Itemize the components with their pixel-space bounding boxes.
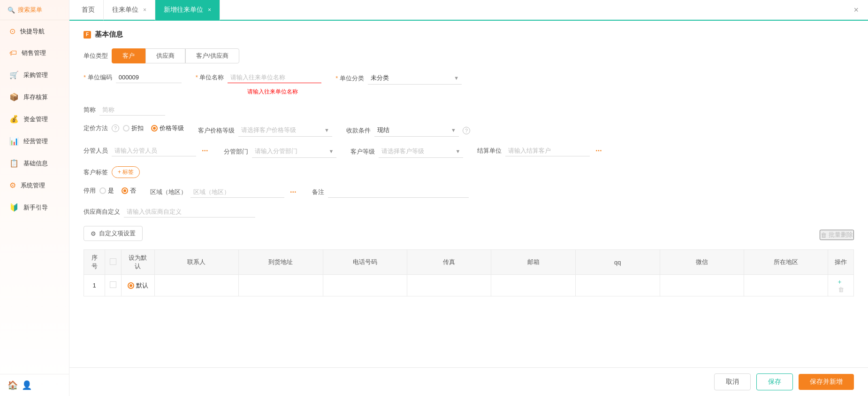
settlement-more-btn[interactable]: ··· xyxy=(594,147,603,155)
cell-wechat[interactable] xyxy=(660,275,744,296)
disabled-yes-label: 是 xyxy=(108,186,114,195)
abbr-input[interactable] xyxy=(99,104,165,116)
cell-fax[interactable] xyxy=(407,275,491,296)
cell-contact[interactable] xyxy=(154,275,238,296)
dept-select[interactable]: 请输入分管部门 ▼ xyxy=(252,145,336,158)
pricing-row: 定价方法 ? 折扣 价格等级 客户价格等级 请选择客户价格等级 xyxy=(84,124,854,137)
cell-phone[interactable] xyxy=(323,275,407,296)
code-field: 单位编码 xyxy=(84,72,182,83)
region-input[interactable] xyxy=(190,186,284,198)
type-btn-customer[interactable]: 客户 xyxy=(112,48,145,63)
quick-nav-label: 快捷导航 xyxy=(20,27,45,36)
payment-value: 现结 xyxy=(377,126,449,134)
add-tag-button[interactable]: + 标签 xyxy=(112,166,140,178)
col-phone: 电话号码 xyxy=(323,250,407,275)
supplier-custom-input[interactable] xyxy=(124,206,255,217)
name-input[interactable] xyxy=(228,72,321,83)
row-checkbox[interactable] xyxy=(110,281,116,288)
remark-label: 备注 xyxy=(312,188,324,196)
disabled-no[interactable]: 否 xyxy=(122,186,136,195)
col-fax: 传真 xyxy=(407,250,491,275)
cell-address[interactable] xyxy=(239,275,323,296)
cell-seq: 1 xyxy=(84,275,105,296)
cell-checkbox xyxy=(105,275,122,296)
cancel-button[interactable]: 取消 xyxy=(714,373,751,390)
sidebar-item-label: 基础信息 xyxy=(23,159,48,168)
inventory-icon: 📦 xyxy=(9,93,19,101)
payment-chevron: ▼ xyxy=(451,127,456,133)
col-region: 所在地区 xyxy=(744,250,828,275)
batch-delete-icon: 🗑 xyxy=(821,232,827,239)
tab-home-label: 首页 xyxy=(82,6,95,14)
pricing-radio-price-level[interactable]: 价格等级 xyxy=(151,124,184,132)
table-row: 1 默认 xyxy=(84,275,854,296)
manager-field: 分管人员 ··· xyxy=(84,145,210,156)
col-contact: 联系人 xyxy=(154,250,238,275)
delete-row-icon[interactable]: 🗑 xyxy=(838,286,844,293)
remark-input[interactable] xyxy=(328,186,469,198)
default-radio[interactable]: 默认 xyxy=(126,281,149,290)
sales-icon: 🏷 xyxy=(9,49,17,57)
user-icon[interactable]: 👤 xyxy=(22,380,32,390)
category-value: 未分类 xyxy=(371,74,452,82)
code-input[interactable] xyxy=(116,72,182,83)
search-label: 搜索菜单 xyxy=(18,6,42,14)
sidebar-item-finance[interactable]: 💰 资金管理 xyxy=(0,108,69,130)
type-btn-supplier[interactable]: 供应商 xyxy=(145,48,185,63)
remark-field: 备注 xyxy=(312,186,469,198)
sidebar-search[interactable]: 🔍 搜索菜单 xyxy=(0,0,69,20)
code-label: 单位编码 xyxy=(84,73,112,82)
tab-new-unit[interactable]: 新增往来单位 × xyxy=(155,0,220,20)
tab-home[interactable]: 首页 xyxy=(73,0,104,20)
batch-delete-button[interactable]: 🗑 批量删除 xyxy=(820,230,854,240)
disabled-yes[interactable]: 是 xyxy=(99,186,114,195)
abbr-field: 简称 xyxy=(84,104,165,116)
region-more-btn[interactable]: ··· xyxy=(288,188,298,196)
payment-select[interactable]: 现结 ▼ xyxy=(374,124,459,137)
save-button[interactable]: 保存 xyxy=(756,373,793,390)
cell-email[interactable] xyxy=(491,275,575,296)
guide-icon: 🔰 xyxy=(9,203,19,212)
custom-settings-button[interactable]: ⚙ 自定义项设置 xyxy=(84,226,143,241)
customer-level-chevron: ▼ xyxy=(455,148,460,154)
supplier-custom-field: 供应商自定义 xyxy=(84,206,255,217)
name-error: 请输入往来单位名称 xyxy=(247,88,298,96)
cell-qq[interactable] xyxy=(575,275,660,296)
sidebar-item-system[interactable]: ⚙ 系统管理 xyxy=(0,174,69,196)
sidebar-item-quick-nav[interactable]: ⊙ 快捷导航 xyxy=(0,20,69,42)
payment-field: 收款条件 现结 ▼ ? xyxy=(346,124,470,137)
type-btn-both[interactable]: 客户/供应商 xyxy=(185,48,239,63)
header-checkbox[interactable] xyxy=(110,258,116,265)
save-new-button[interactable]: 保存并新增 xyxy=(799,374,854,390)
tab-new-unit-close[interactable]: × xyxy=(208,7,211,13)
pricing-radio-discount[interactable]: 折扣 xyxy=(123,124,144,132)
table-header-row: 序号 设为默认 联系人 到货地址 电话号码 传真 邮箱 qq 微信 所在地区 xyxy=(84,250,854,275)
manager-more-btn[interactable]: ··· xyxy=(200,147,210,155)
window-close-icon[interactable]: × xyxy=(848,5,864,15)
add-row-icon[interactable]: ＋ xyxy=(837,278,843,285)
price-level-radio-circle xyxy=(151,125,158,132)
sidebar-item-operations[interactable]: 📊 经营管理 xyxy=(0,130,69,152)
sidebar-item-basic[interactable]: 📋 基础信息 xyxy=(0,152,69,174)
pricing-help-icon[interactable]: ? xyxy=(112,124,119,132)
basic-icon: 📋 xyxy=(9,159,19,168)
sidebar-item-guide[interactable]: 🔰 新手引导 xyxy=(0,196,69,218)
tab-units[interactable]: 往来单位 × xyxy=(104,0,155,20)
cell-region[interactable] xyxy=(744,275,828,296)
col-action: 操作 xyxy=(828,250,854,275)
sidebar-item-sales[interactable]: 🏷 销售管理 xyxy=(0,42,69,64)
customer-price-field: 客户价格等级 请选择客户价格等级 ▼ xyxy=(198,124,332,137)
tab-units-close[interactable]: × xyxy=(143,7,146,13)
tab-units-label: 往来单位 xyxy=(112,6,138,14)
customer-price-select[interactable]: 请选择客户价格等级 ▼ xyxy=(238,124,332,137)
customer-level-select[interactable]: 请选择客户等级 ▼ xyxy=(379,145,463,158)
disabled-no-circle xyxy=(122,187,128,194)
sidebar-item-purchase[interactable]: 🛒 采购管理 xyxy=(0,64,69,86)
sidebar-item-inventory[interactable]: 📦 库存核算 xyxy=(0,86,69,108)
home-icon[interactable]: 🏠 xyxy=(8,380,18,390)
settlement-input[interactable] xyxy=(505,145,590,156)
payment-help-icon[interactable]: ? xyxy=(463,127,470,134)
category-select[interactable]: 未分类 ▼ xyxy=(368,72,462,85)
manager-input[interactable] xyxy=(112,145,196,156)
purchase-icon: 🛒 xyxy=(9,70,19,79)
